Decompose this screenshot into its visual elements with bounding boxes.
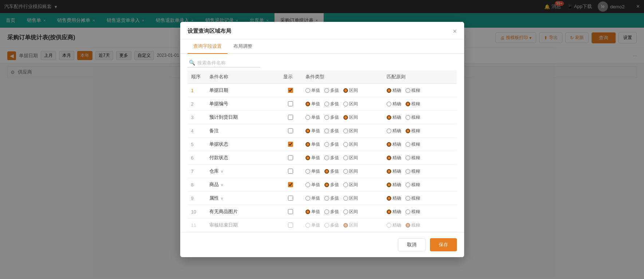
- show-checkbox-9[interactable]: [288, 209, 293, 214]
- match-radio-match_fuzzy-7[interactable]: [406, 182, 410, 187]
- dialog-tab-query-fields[interactable]: 查询字段设置: [187, 39, 228, 54]
- show-checkbox-3[interactable]: [288, 128, 293, 133]
- type-option-type_range-2[interactable]: 区间: [343, 114, 358, 121]
- match-radio-match_exact-3[interactable]: [387, 129, 391, 133]
- type-radio-type_single-0[interactable]: [305, 88, 310, 93]
- match-option-match_exact-10[interactable]: 精确: [387, 222, 401, 228]
- match-radio-match_exact-8[interactable]: [387, 196, 391, 201]
- match-option-match_fuzzy-10[interactable]: 模糊: [406, 222, 420, 228]
- type-option-type_range-3[interactable]: 区间: [343, 128, 358, 134]
- type-radio-type_single-5[interactable]: [305, 156, 310, 160]
- type-radio-type_multi-5[interactable]: [324, 156, 329, 160]
- type-option-type_multi-1[interactable]: 多值: [324, 101, 339, 107]
- type-option-type_single-2[interactable]: 单值: [305, 114, 320, 121]
- type-option-type_single-7[interactable]: 单值: [305, 182, 320, 188]
- type-radio-type_multi-9[interactable]: [324, 209, 329, 214]
- type-radio-type_single-3[interactable]: [305, 129, 310, 133]
- type-option-type_range-5[interactable]: 区间: [343, 155, 358, 161]
- match-radio-match_fuzzy-4[interactable]: [406, 142, 410, 147]
- match-radio-match_exact-2[interactable]: [387, 115, 391, 120]
- match-option-match_exact-9[interactable]: 精确: [387, 209, 401, 215]
- show-checkbox-8[interactable]: [288, 196, 293, 201]
- type-radio-type_range-1[interactable]: [343, 102, 348, 106]
- type-radio-type_range-6[interactable]: [343, 169, 348, 174]
- type-option-type_multi-0[interactable]: 多值: [324, 87, 339, 94]
- type-option-type_single-0[interactable]: 单值: [305, 87, 320, 94]
- show-checkbox-6[interactable]: [288, 169, 293, 174]
- type-option-type_multi-7[interactable]: 多值: [324, 182, 339, 188]
- type-option-type_multi-3[interactable]: 多值: [324, 128, 339, 134]
- match-radio-match_exact-4[interactable]: [387, 142, 391, 147]
- match-option-match_fuzzy-8[interactable]: 模糊: [406, 195, 420, 201]
- type-option-type_multi-6[interactable]: 多值: [324, 168, 339, 174]
- type-option-type_range-0[interactable]: 区间: [343, 87, 358, 94]
- type-radio-type_single-6[interactable]: [305, 169, 310, 174]
- type-option-type_range-7[interactable]: 区间: [343, 182, 358, 188]
- show-checkbox-10[interactable]: [288, 223, 293, 228]
- type-radio-type_multi-4[interactable]: [324, 142, 329, 147]
- type-radio-type_single-2[interactable]: [305, 115, 310, 120]
- show-checkbox-4[interactable]: [288, 142, 293, 147]
- type-option-type_multi-4[interactable]: 多值: [324, 141, 339, 148]
- match-option-match_exact-7[interactable]: 精确: [387, 182, 401, 188]
- match-radio-match_fuzzy-6[interactable]: [406, 169, 410, 174]
- match-radio-match_fuzzy-5[interactable]: [406, 156, 410, 160]
- type-radio-type_range-8[interactable]: [343, 196, 348, 201]
- type-option-type_single-8[interactable]: 单值: [305, 195, 320, 201]
- type-radio-type_multi-1[interactable]: [324, 102, 329, 106]
- type-radio-type_single-8[interactable]: [305, 196, 310, 201]
- type-option-type_single-1[interactable]: 单值: [305, 101, 320, 107]
- match-option-match_fuzzy-2[interactable]: 模糊: [406, 114, 420, 121]
- type-option-type_multi-5[interactable]: 多值: [324, 155, 339, 161]
- save-button[interactable]: 保存: [430, 238, 457, 251]
- type-radio-type_range-5[interactable]: [343, 156, 348, 160]
- type-radio-type_single-10[interactable]: [305, 223, 310, 228]
- match-option-match_exact-3[interactable]: 精确: [387, 128, 401, 134]
- match-option-match_fuzzy-1[interactable]: 模糊: [406, 101, 420, 107]
- type-radio-type_multi-3[interactable]: [324, 129, 329, 133]
- type-option-type_multi-2[interactable]: 多值: [324, 114, 339, 121]
- match-radio-match_fuzzy-8[interactable]: [406, 196, 410, 201]
- type-option-type_range-1[interactable]: 区间: [343, 101, 358, 107]
- match-radio-match_exact-10[interactable]: [387, 223, 391, 228]
- type-radio-type_range-10[interactable]: [343, 223, 348, 228]
- dialog-close-button[interactable]: ×: [453, 28, 457, 35]
- type-radio-type_multi-0[interactable]: [324, 88, 329, 93]
- condition-search-input[interactable]: [197, 60, 259, 66]
- type-radio-type_multi-2[interactable]: [324, 115, 329, 120]
- match-option-match_exact-1[interactable]: 精确: [387, 101, 401, 107]
- match-radio-match_fuzzy-0[interactable]: [406, 88, 410, 93]
- match-radio-match_fuzzy-2[interactable]: [406, 115, 410, 120]
- type-radio-type_multi-10[interactable]: [324, 223, 329, 228]
- match-option-match_exact-6[interactable]: 精确: [387, 168, 401, 174]
- type-radio-type_range-9[interactable]: [343, 209, 348, 214]
- type-radio-type_range-4[interactable]: [343, 142, 348, 147]
- match-radio-match_fuzzy-10[interactable]: [406, 223, 410, 228]
- type-option-type_multi-10[interactable]: 多值: [324, 222, 339, 228]
- show-checkbox-2[interactable]: [288, 115, 293, 120]
- type-radio-type_range-0[interactable]: [343, 88, 348, 93]
- type-radio-type_single-1[interactable]: [305, 102, 310, 106]
- match-option-match_fuzzy-7[interactable]: 模糊: [406, 182, 420, 188]
- match-option-match_exact-0[interactable]: 精确: [387, 87, 401, 94]
- type-option-type_multi-8[interactable]: 多值: [324, 195, 339, 201]
- match-option-match_fuzzy-5[interactable]: 模糊: [406, 155, 420, 161]
- type-option-type_single-4[interactable]: 单值: [305, 141, 320, 148]
- match-radio-match_fuzzy-9[interactable]: [406, 209, 410, 214]
- type-option-type_single-5[interactable]: 单值: [305, 155, 320, 161]
- type-radio-type_single-7[interactable]: [305, 182, 310, 187]
- type-radio-type_multi-8[interactable]: [324, 196, 329, 201]
- type-option-type_multi-9[interactable]: 多值: [324, 209, 339, 215]
- type-radio-type_multi-6[interactable]: [324, 169, 329, 174]
- show-checkbox-1[interactable]: [288, 101, 293, 106]
- type-option-type_single-10[interactable]: 单值: [305, 222, 320, 228]
- match-radio-match_exact-6[interactable]: [387, 169, 391, 174]
- type-option-type_range-4[interactable]: 区间: [343, 141, 358, 148]
- match-option-match_fuzzy-9[interactable]: 模糊: [406, 209, 420, 215]
- match-option-match_fuzzy-4[interactable]: 模糊: [406, 141, 420, 148]
- type-radio-type_multi-7[interactable]: [324, 182, 329, 187]
- match-radio-match_exact-9[interactable]: [387, 209, 391, 214]
- match-option-match_fuzzy-0[interactable]: 模糊: [406, 87, 420, 94]
- type-option-type_range-10[interactable]: 区间: [343, 222, 358, 228]
- match-radio-match_exact-1[interactable]: [387, 102, 391, 106]
